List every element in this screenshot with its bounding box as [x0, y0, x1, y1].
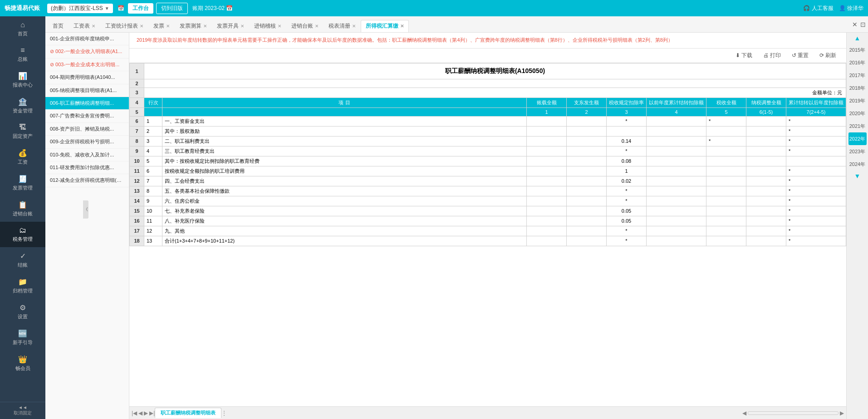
sheet-icons[interactable]: ⋮	[221, 410, 227, 416]
year-nav-down[interactable]: ▼	[848, 171, 867, 181]
sidebar-item-assets-mgmt[interactable]: 🏦 资金管理	[0, 93, 45, 119]
table-row: 138五、各类基本社会保障性缴款**	[130, 186, 846, 196]
maximize-icon[interactable]: ⊡	[860, 21, 866, 28]
table-row-3: 3 金额单位：元	[130, 88, 846, 97]
download-button[interactable]: ⬇ 下载	[733, 51, 755, 60]
year-item-2022[interactable]: 2022年	[848, 132, 867, 145]
left-panel-item-002[interactable]: ⊘ 002-一般企业收入明细表(A1...	[45, 45, 129, 58]
tab-close-payroll[interactable]: ✕	[92, 24, 95, 29]
tab-close-income-tax[interactable]: ✕	[400, 24, 404, 29]
tab-payroll[interactable]: 工资表 ✕	[69, 20, 100, 33]
tab-close-invoice-calc[interactable]: ✕	[203, 24, 207, 29]
sidebar-item-home[interactable]: ⌂ 首页	[0, 16, 45, 42]
company-selector[interactable]: (勿删）江西股宝-LSS ▼	[47, 4, 113, 13]
warning-bar: 2019年度涉及取以前年度结转数据的申报表单元格需要手工操作正确，才能确保本年及…	[129, 33, 846, 49]
left-panel-item-012[interactable]: 012-减免企业所得税优惠明细(…	[45, 174, 129, 187]
close-period-icon: ✓	[20, 252, 26, 260]
col-d-header: 支东发生额	[567, 97, 607, 107]
horizontal-scrollbar[interactable]	[748, 411, 839, 415]
sheet-nav[interactable]: |◀ ◀ ▶ ▶|	[132, 410, 155, 416]
tab-close-invoice[interactable]: ✕	[166, 24, 170, 29]
tab-home[interactable]: 首页	[48, 20, 69, 33]
user-avatar[interactable]: 👤 徐泽华	[839, 5, 863, 12]
year-item-2024[interactable]: 2024年	[848, 158, 867, 171]
reset-button[interactable]: ↺ 重置	[789, 51, 811, 60]
refresh-button[interactable]: ⟳ 刷新	[817, 51, 839, 60]
sidebar-item-member[interactable]: 👑 畅会员	[0, 351, 45, 376]
left-panel-item-004[interactable]: 004-期间费用明细表(A1040...	[45, 71, 129, 84]
calendar-icon[interactable]: 📅	[118, 5, 124, 11]
collapse-panel-button[interactable]: 《	[83, 200, 88, 219]
sheet-right-nav: ◀ ▶	[742, 410, 844, 416]
left-panel: 001-企业所得税年度纳税申... ⊘ 002-一般企业收入明细表(A1... …	[45, 33, 129, 419]
tab-bar: 首页 工资表 ✕ 工资统计报表 ✕ 发票 ✕ 发票测算 ✕ 发票开具 ✕	[45, 16, 868, 33]
col-i-header: 累计结转以后年度扣除额	[786, 97, 846, 107]
sidebar-item-invoice-mgmt[interactable]: 🧾 发票管理	[0, 170, 45, 196]
close-all-tabs-icon[interactable]: ✕	[852, 21, 858, 28]
tab-income-tax[interactable]: 所得税汇算缴 ✕	[361, 20, 409, 33]
scroll-right-icon[interactable]: ▶	[840, 410, 844, 416]
left-panel-item-011[interactable]: 011-研发费用加计扣除优惠...	[45, 161, 129, 174]
archive-icon: 📁	[18, 278, 27, 286]
tab-invoice-open[interactable]: 发票开具 ✕	[212, 20, 249, 33]
sub-col-c: 1	[527, 107, 567, 116]
year-item-2016[interactable]: 2016年	[848, 56, 867, 69]
switch-old-button[interactable]: 切到旧版	[156, 3, 188, 14]
workbench-button[interactable]: 工作台	[128, 3, 153, 14]
sidebar-item-reports[interactable]: 📊 报表中心	[0, 67, 45, 93]
year-item-2020[interactable]: 2020年	[848, 107, 867, 120]
sheet-nav-last[interactable]: ▶|	[149, 410, 155, 416]
left-panel-item-008[interactable]: 008-资产折旧、摊销及纳税...	[45, 123, 129, 136]
spreadsheet-wrapper[interactable]: 1 职工薪酬纳税调整明细表(A105050) 2	[129, 63, 846, 406]
sidebar-item-settings[interactable]: ⚙ 设置	[0, 299, 45, 325]
left-panel-item-007[interactable]: 007-广告费和业务宣传费明...	[45, 110, 129, 122]
year-item-2023[interactable]: 2023年	[848, 145, 867, 158]
tab-close-tax-clear[interactable]: ✕	[352, 24, 356, 29]
tab-payroll-stats[interactable]: 工资统计报表 ✕	[100, 20, 148, 33]
year-item-2019[interactable]: 2019年	[848, 94, 867, 107]
right-area: 2019年度涉及取以前年度结转数据的申报表单元格需要手工操作正确，才能确保本年及…	[129, 33, 868, 419]
left-panel-item-009[interactable]: 009-企业所得税税补亏损明...	[45, 136, 129, 148]
tab-tax-clear[interactable]: 税表清册 ✕	[324, 20, 361, 33]
left-panel-item-010[interactable]: 010-免税、减收收入及加计...	[45, 149, 129, 161]
tab-close-purchase-ledger[interactable]: ✕	[315, 24, 319, 29]
sidebar-item-general-ledger[interactable]: ≡ 总账	[0, 42, 45, 67]
company-name: (勿删）江西股宝-LSS	[51, 5, 103, 12]
year-item-2018[interactable]: 2018年	[848, 82, 867, 94]
left-panel-item-003[interactable]: ⊘ 003-一般企业成本支出明细...	[45, 58, 129, 71]
left-panel-item-005[interactable]: 005-纳税调整项目明细表(A1...	[45, 84, 129, 97]
left-panel-item-001[interactable]: 001-企业所得税年度纳税申...	[45, 33, 129, 45]
sidebar-item-payroll[interactable]: 💰 工资	[0, 144, 45, 170]
sidebar-item-close[interactable]: ✓ 结账	[0, 247, 45, 273]
table-row: 1611八、补充医疗保险0.05*	[130, 216, 846, 226]
tab-close-purchase-verify[interactable]: ✕	[278, 24, 281, 29]
sidebar-item-purchase-sales[interactable]: 📋 进销台账	[0, 196, 45, 222]
scroll-left-icon[interactable]: ◀	[742, 410, 746, 416]
fixed-assets-icon: 🏗	[19, 123, 26, 132]
sidebar-item-archive[interactable]: 📁 归档管理	[0, 273, 45, 299]
year-item-2021[interactable]: 2021年	[848, 120, 867, 132]
tab-close-payroll-stats[interactable]: ✕	[140, 24, 143, 29]
table-row: 127四、工会经费支出0.02*	[130, 176, 846, 186]
sidebar-item-new-guide[interactable]: 🆕 新手引导	[0, 325, 45, 351]
customer-service[interactable]: 🎧 人工客服	[803, 5, 833, 12]
tab-invoice[interactable]: 发票 ✕	[148, 20, 175, 33]
sheet-tab-active[interactable]: 职工薪酬纳税调整明细表	[155, 408, 221, 418]
tab-purchase-verify[interactable]: 进销稽核 ✕	[249, 20, 286, 33]
year-item-2017[interactable]: 2017年	[848, 69, 867, 82]
sheet-nav-prev[interactable]: ◀	[138, 410, 142, 416]
tab-invoice-calc[interactable]: 发票测算 ✕	[175, 20, 212, 33]
year-item-2015[interactable]: 2015年	[848, 44, 867, 56]
left-panel-item-006[interactable]: 006-职工薪酬纳税调整明细...	[45, 97, 129, 110]
sheet-nav-next[interactable]: ▶	[144, 410, 148, 416]
row-num-2: 2	[130, 79, 144, 88]
sidebar-item-tax-mgmt[interactable]: 🗂 税务管理	[0, 222, 45, 247]
cancel-fixed-button[interactable]: ◄◄ 取消固定	[0, 402, 45, 419]
tab-close-invoice-open[interactable]: ✕	[240, 24, 244, 29]
tab-purchase-ledger[interactable]: 进销台账 ✕	[286, 20, 324, 33]
year-nav-up[interactable]: ▲	[848, 33, 867, 44]
print-button[interactable]: 🖨 打印	[760, 51, 784, 60]
sheet-nav-first[interactable]: |◀	[132, 410, 137, 416]
sidebar-item-fixed-assets[interactable]: 🏗 固定资产	[0, 119, 45, 144]
sheet-menu-icon[interactable]: ⋮	[221, 410, 227, 416]
